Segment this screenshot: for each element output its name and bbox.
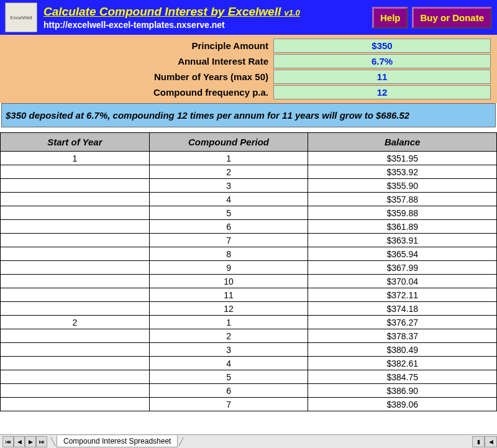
cell-period[interactable]: 5	[149, 370, 308, 384]
cell-year[interactable]	[1, 302, 150, 316]
cell-period[interactable]: 2	[149, 165, 308, 179]
table-row[interactable]: 8$365.94	[1, 247, 497, 261]
cell-period[interactable]: 9	[149, 261, 308, 275]
table-row[interactable]: 10$370.04	[1, 275, 497, 288]
cell-year[interactable]	[1, 343, 150, 357]
table-row[interactable]: 2$378.37	[1, 329, 497, 343]
buy-donate-button[interactable]: Buy or Donate	[412, 7, 492, 29]
cell-period[interactable]: 8	[149, 247, 308, 261]
app-logo: ExcelWell	[5, 2, 37, 32]
years-input[interactable]: 11	[273, 70, 491, 84]
cell-balance[interactable]: $367.99	[308, 261, 497, 275]
app-title[interactable]: Calculate Compound Interest by Excelwell…	[43, 5, 368, 19]
cell-period[interactable]: 4	[149, 193, 308, 206]
cell-year[interactable]	[1, 234, 150, 247]
cell-period[interactable]: 1	[149, 152, 308, 165]
cell-period[interactable]: 5	[149, 206, 308, 220]
cell-period[interactable]: 1	[149, 316, 308, 329]
cell-period[interactable]: 3	[149, 179, 308, 193]
cell-year[interactable]	[1, 220, 150, 234]
table-row[interactable]: 2$353.92	[1, 165, 497, 179]
cell-balance[interactable]: $355.90	[308, 179, 497, 193]
rate-input[interactable]: 6.7%	[273, 54, 491, 68]
cell-balance[interactable]: $374.18	[308, 302, 497, 316]
cell-balance[interactable]: $380.49	[308, 343, 497, 357]
table-scroll[interactable]: Start of Year Compound Period Balance 11…	[0, 127, 497, 426]
cell-period[interactable]: 7	[149, 234, 308, 247]
col-year: Start of Year	[1, 133, 150, 152]
cell-year[interactable]: 2	[1, 316, 150, 329]
table-row[interactable]: 12$374.18	[1, 302, 497, 316]
cell-year[interactable]	[1, 179, 150, 193]
cell-balance[interactable]: $378.37	[308, 329, 497, 343]
cell-year[interactable]	[1, 357, 150, 370]
app-version: v1.0	[285, 8, 300, 17]
cell-balance[interactable]: $382.61	[308, 357, 497, 370]
cell-year[interactable]	[1, 329, 150, 343]
cell-balance[interactable]: $357.88	[308, 193, 497, 206]
cell-balance[interactable]: $370.04	[308, 275, 497, 288]
cell-balance[interactable]: $384.75	[308, 370, 497, 384]
cell-period[interactable]: 7	[149, 398, 308, 411]
cell-balance[interactable]: $359.88	[308, 206, 497, 220]
cell-year[interactable]	[1, 206, 150, 220]
cell-balance[interactable]: $363.91	[308, 234, 497, 247]
table-row[interactable]: 6$386.90	[1, 384, 497, 398]
cell-period[interactable]: 6	[149, 384, 308, 398]
cell-period[interactable]: 4	[149, 357, 308, 370]
cell-period[interactable]: 10	[149, 275, 308, 288]
row-years: Number of Years (max 50) 11	[6, 70, 491, 84]
cell-balance[interactable]: $389.06	[308, 398, 497, 411]
table-row[interactable]: 3$355.90	[1, 179, 497, 193]
table-row[interactable]: 9$367.99	[1, 261, 497, 275]
principle-input[interactable]: $350	[273, 39, 491, 53]
cell-year[interactable]	[1, 370, 150, 384]
table-row[interactable]: 3$380.49	[1, 343, 497, 357]
table-row[interactable]: 7$363.91	[1, 234, 497, 247]
help-button[interactable]: Help	[372, 7, 409, 29]
table-row[interactable]: 5$359.88	[1, 206, 497, 220]
results-table: Start of Year Compound Period Balance 11…	[0, 132, 497, 411]
cell-balance[interactable]: $386.90	[308, 384, 497, 398]
cell-year[interactable]	[1, 247, 150, 261]
app-title-text: Calculate Compound Interest by Excelwell	[43, 5, 281, 18]
inputs-panel: Principle Amount $350 Annual Interest Ra…	[0, 35, 497, 103]
app-url[interactable]: http://excelwell-excel-templates.nxserve…	[43, 20, 368, 30]
rate-label: Annual Interest Rate	[6, 56, 273, 66]
cell-balance[interactable]: $376.27	[308, 316, 497, 329]
table-row[interactable]: 6$361.89	[1, 220, 497, 234]
cell-period[interactable]: 6	[149, 220, 308, 234]
cell-year[interactable]	[1, 288, 150, 302]
cell-year[interactable]	[1, 275, 150, 288]
cell-year[interactable]	[1, 193, 150, 206]
cell-balance[interactable]: $353.92	[308, 165, 497, 179]
table-row[interactable]: 4$382.61	[1, 357, 497, 370]
table-row[interactable]: 4$357.88	[1, 193, 497, 206]
cell-period[interactable]: 3	[149, 343, 308, 357]
cell-balance[interactable]: $351.95	[308, 152, 497, 165]
cell-period[interactable]: 12	[149, 302, 308, 316]
cell-period[interactable]: 2	[149, 329, 308, 343]
row-freq: Compound frequency p.a. 12	[6, 85, 491, 99]
row-principle: Principle Amount $350	[6, 39, 491, 53]
cell-year[interactable]	[1, 165, 150, 179]
freq-input[interactable]: 12	[273, 85, 491, 99]
summary-text: $350 deposited at 6.7%, compounding 12 t…	[1, 103, 496, 127]
cell-year[interactable]	[1, 261, 150, 275]
cell-year[interactable]: 1	[1, 152, 150, 165]
app-header: ExcelWell Calculate Compound Interest by…	[0, 0, 497, 35]
cell-year[interactable]	[1, 384, 150, 398]
table-row[interactable]: 7$389.06	[1, 398, 497, 411]
cell-balance[interactable]: $361.89	[308, 220, 497, 234]
table-row[interactable]: 11$372.11	[1, 288, 497, 302]
table-row[interactable]: 21$376.27	[1, 316, 497, 329]
table-row[interactable]: 5$384.75	[1, 370, 497, 384]
cell-period[interactable]: 11	[149, 288, 308, 302]
freq-label: Compound frequency p.a.	[6, 87, 273, 98]
cell-year[interactable]	[1, 398, 150, 411]
title-area: Calculate Compound Interest by Excelwell…	[43, 5, 368, 30]
cell-balance[interactable]: $372.11	[308, 288, 497, 302]
col-period: Compound Period	[149, 133, 308, 152]
table-row[interactable]: 11$351.95	[1, 152, 497, 165]
cell-balance[interactable]: $365.94	[308, 247, 497, 261]
